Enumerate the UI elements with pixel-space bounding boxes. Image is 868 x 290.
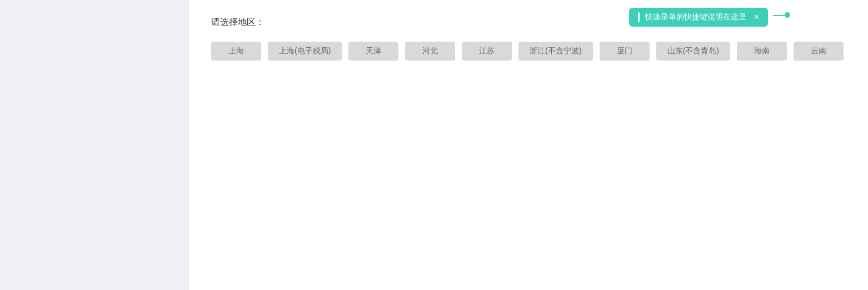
region-btn-jiangsu[interactable]: 江苏 bbox=[462, 42, 512, 61]
main-content: 请选择地区： 上海上海(电子税局)天津河北江苏浙江(不含宁波)厦门山东(不含青岛… bbox=[189, 0, 868, 290]
region-btn-yunnan[interactable]: 云南 bbox=[794, 42, 844, 61]
tooltip-bar bbox=[638, 12, 640, 22]
region-btn-shanghai-etax[interactable]: 上海(电子税局) bbox=[268, 42, 342, 61]
region-btn-shandong[interactable]: 山东(不含青岛) bbox=[656, 42, 730, 61]
region-btn-zhejiang[interactable]: 浙江(不含宁波) bbox=[518, 42, 592, 61]
region-btn-hebei[interactable]: 河北 bbox=[405, 42, 455, 61]
tooltip-text: 快速录单的快捷键说明在这里 bbox=[645, 12, 746, 22]
region-btn-tianjin[interactable]: 天津 bbox=[348, 42, 398, 61]
region-buttons-container: 上海上海(电子税局)天津河北江苏浙江(不含宁波)厦门山东(不含青岛)海南云南 bbox=[211, 42, 846, 61]
tooltip-close-button[interactable]: × bbox=[754, 12, 759, 22]
region-btn-hainan[interactable]: 海南 bbox=[737, 42, 787, 61]
left-sidebar bbox=[0, 0, 189, 290]
region-btn-xiamen[interactable]: 厦门 bbox=[600, 42, 650, 61]
dot-indicator bbox=[785, 12, 790, 18]
tooltip-banner: 快速录单的快捷键说明在这里 × bbox=[629, 8, 768, 27]
region-btn-shanghai[interactable]: 上海 bbox=[211, 42, 261, 61]
